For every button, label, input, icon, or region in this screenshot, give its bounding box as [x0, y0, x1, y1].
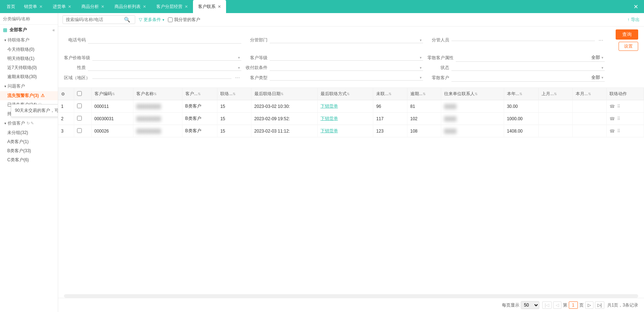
contact-icon[interactable]: ☎ — [609, 129, 615, 134]
filter-price-level-select[interactable]: ▾ — [92, 55, 241, 61]
filter-more-icon[interactable]: ··· — [597, 37, 605, 44]
row-checkbox[interactable] — [74, 125, 91, 137]
tab-product-list[interactable]: 商品分析列表 ✕ — [109, 0, 151, 13]
pager-prev-button[interactable]: ◁ — [553, 301, 562, 309]
contact-icon[interactable]: ☎ — [609, 104, 615, 109]
tab-sales[interactable]: 销货单 ✕ — [19, 0, 48, 13]
row-checkbox[interactable] — [74, 113, 91, 125]
row-year: 1408.00 — [504, 125, 539, 137]
row-overdue: 81 — [407, 100, 441, 113]
sidebar-collapse-icon[interactable]: « — [52, 28, 55, 33]
sidebar-group-problem[interactable]: ▾ 问题客户 — [0, 81, 58, 91]
sort-icon-name[interactable] — [154, 91, 157, 96]
horizontal-scrollbar[interactable] — [64, 294, 638, 298]
filter-more-button[interactable]: ▽ 更多条件 ▾ — [139, 17, 164, 23]
my-customers-checkbox-wrap[interactable]: 我分管的客户 — [168, 17, 200, 23]
sidebar-item-class-c[interactable]: C类客户(6) — [0, 155, 58, 165]
filter-retail-select[interactable]: 全部 ▾ — [451, 74, 605, 82]
row-select-checkbox[interactable] — [77, 128, 82, 133]
sidebar-all-customers[interactable]: ⊞ 全部客户 « — [0, 25, 58, 35]
sidebar-search-input[interactable] — [3, 16, 57, 21]
col-settings[interactable]: ⚙ — [58, 88, 74, 100]
tab-close-purchase[interactable]: ✕ — [68, 4, 71, 9]
contact-icon[interactable]: ☎ — [609, 116, 615, 121]
sort-icon-type[interactable] — [198, 91, 201, 96]
tab-close-customer-segment[interactable]: ✕ — [185, 4, 188, 9]
tab-close-product-list[interactable]: ✕ — [143, 4, 146, 9]
query-button[interactable]: 查询 — [616, 29, 638, 40]
row-actions[interactable]: ☎ ⠿ — [607, 125, 644, 137]
region-more-icon[interactable]: ··· — [234, 74, 241, 81]
sidebar-item-class-b[interactable]: B类客户(33) — [0, 146, 58, 155]
filter-row-3: 性质 ▾ 收付款条件 ▾ 状态 ▾ — [64, 65, 638, 71]
filter-retail-attr-select[interactable]: 全部 ▾ — [456, 54, 605, 62]
row-last-method: 下销货单 — [317, 125, 373, 137]
my-customers-checkbox[interactable] — [168, 17, 173, 22]
pager-first-button[interactable]: |◁ — [542, 301, 552, 309]
sidebar-group-value[interactable]: ▾ 价值客户 ↻ ✎ — [0, 118, 58, 128]
row-last-date: 2023-02-03 11:12: — [251, 125, 317, 137]
row-actions[interactable]: ☎ ⠿ — [607, 100, 644, 113]
more-actions-icon[interactable]: ⠿ — [617, 104, 620, 109]
sidebar-item-7days[interactable]: 近7天待联络(0) — [0, 63, 58, 72]
tab-close-sales[interactable]: ✕ — [39, 4, 43, 9]
tab-home[interactable]: 首页 — [3, 0, 19, 13]
row-actions[interactable]: ☎ ⠿ — [607, 113, 644, 125]
sort-icon-month[interactable] — [588, 91, 591, 96]
sidebar-item-ungrouped[interactable]: 未分组(32) — [0, 128, 58, 137]
sidebar-item-churn-warning[interactable]: 流失预警客户(3) ⚠ — [0, 91, 58, 100]
export-button[interactable]: ↑ 导出 — [627, 17, 640, 23]
pager-next-button[interactable]: ▷ — [585, 301, 593, 309]
sort-icon-person[interactable] — [475, 91, 478, 96]
tab-product-analysis[interactable]: 商品分析 ✕ — [76, 0, 109, 13]
more-actions-icon[interactable]: ⠿ — [617, 129, 620, 134]
setting-button[interactable]: 设置 — [619, 42, 638, 51]
sort-icon-unlisted[interactable] — [389, 91, 391, 96]
filter-region-select[interactable] — [92, 77, 232, 79]
sort-icon-method[interactable] — [347, 91, 350, 96]
sidebar-item-overdue[interactable]: 逾期未联络(30) — [0, 72, 58, 81]
sort-icon-year[interactable] — [519, 91, 522, 96]
tab-customer-segment[interactable]: 客户分层经营 ✕ — [151, 0, 193, 13]
tab-purchase[interactable]: 进货单 ✕ — [48, 0, 76, 13]
sidebar-item-class-a[interactable]: A类客户(1) — [0, 137, 58, 146]
table-row: 3 000026 ████████ B类客户 15 2023-02-03 11:… — [58, 125, 644, 137]
filter-dept-select[interactable]: ▾ — [270, 37, 423, 43]
search-input[interactable] — [66, 17, 124, 22]
refresh-icon[interactable]: ↻ — [27, 121, 30, 126]
filter-phone-input[interactable] — [88, 37, 241, 44]
sidebar-item-today[interactable]: 今天待联络(0) — [0, 45, 58, 54]
page-size-select[interactable]: 50 100 — [521, 301, 539, 309]
row-checkbox[interactable] — [74, 100, 91, 113]
sidebar-group-pending[interactable]: ▾ 待联络客户 — [0, 35, 58, 45]
select-all-checkbox[interactable] — [77, 91, 82, 96]
row-this-month — [572, 100, 606, 113]
sort-icon-code[interactable] — [112, 91, 115, 96]
row-person: ████ — [441, 100, 504, 113]
arrow-down-icon-2: ▾ — [4, 84, 6, 88]
sort-icon-overdue[interactable] — [423, 91, 426, 96]
table-row: 1 000011 ████████ B类客户 15 2023-03-02 10:… — [58, 100, 644, 113]
tab-close-customer-contact[interactable]: ✕ — [218, 4, 221, 9]
search-icon[interactable]: 🔍 — [124, 17, 130, 23]
filter-payment-select[interactable]: ▾ — [270, 65, 423, 71]
pager-last-button[interactable]: ▷| — [595, 301, 604, 309]
edit-icon[interactable]: ✎ — [31, 121, 34, 126]
more-actions-icon[interactable]: ⠿ — [617, 116, 620, 121]
filter-status-select[interactable]: ▾ — [451, 65, 605, 71]
sidebar-item-tomorrow[interactable]: 明天待联络(1) — [0, 54, 58, 63]
filter-nature-select[interactable]: ▾ — [88, 65, 241, 71]
sort-icon-contact[interactable] — [233, 91, 236, 96]
filter-manager-select[interactable] — [451, 39, 595, 41]
sort-icon-date[interactable] — [281, 91, 283, 96]
sort-icon-lmonth[interactable] — [554, 91, 557, 96]
window-close-button[interactable]: ✕ — [631, 3, 641, 10]
col-checkbox[interactable] — [74, 88, 91, 100]
tab-close-product-analysis[interactable]: ✕ — [101, 4, 104, 9]
row-select-checkbox[interactable] — [77, 104, 82, 108]
main-layout: 🔍 ⊞ 全部客户 « ▾ 待联络客户 今天待联络(0) 明天待联络(1) 近7天… — [0, 13, 644, 312]
row-select-checkbox[interactable] — [77, 116, 82, 121]
filter-customer-type-select[interactable]: ▾ — [270, 75, 423, 81]
tab-customer-contact[interactable]: 客户联系 ✕ — [193, 0, 226, 13]
filter-customer-level-select[interactable]: ▾ — [270, 55, 423, 61]
